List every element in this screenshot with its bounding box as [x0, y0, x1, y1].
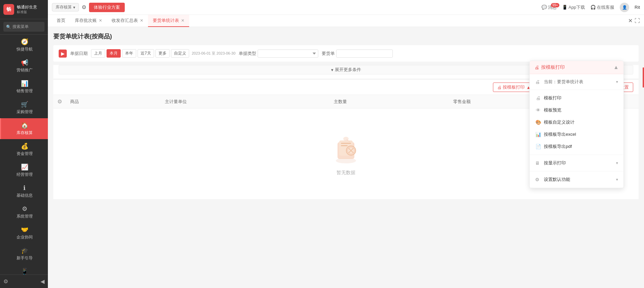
- topbar: 库存核算 ▾ ⚙ 体验行业方案 💬 消息 99+ 📱 App下载 🎧 在线客服 …: [48, 0, 644, 15]
- tab-inventory-batch[interactable]: 库存批次账 ✕: [70, 15, 107, 27]
- sidebar-logo: 畅 畅通好生意 标准版: [0, 0, 48, 19]
- filter-date-group: 上月 本月 本年 近7天 更多 自定义 2023-06-01 至 2023-06…: [91, 49, 235, 58]
- settings-bottom-icon[interactable]: ⚙: [3, 278, 8, 285]
- topbar-gear-icon[interactable]: ⚙: [82, 4, 86, 10]
- sidebar-item-new-guide[interactable]: 🎓 新手引导: [0, 244, 48, 264]
- marketing-icon: 📢: [21, 59, 28, 66]
- app-name: 畅通好生意: [17, 4, 37, 10]
- tab-home[interactable]: 首页: [52, 15, 70, 27]
- dropdown-current-icon: 🖨: [535, 79, 541, 85]
- tab-order-stats-close[interactable]: ✕: [181, 18, 184, 23]
- topbar-left: 库存核算 ▾ ⚙ 体验行业方案: [52, 3, 538, 12]
- tab-summary-close[interactable]: ✕: [140, 18, 143, 23]
- sidebar-item-app-center[interactable]: 📱 应用中心: [0, 264, 48, 275]
- dropdown-collapse-icon[interactable]: ▲: [613, 64, 619, 70]
- sidebar-item-quick-nav[interactable]: 🧭 快捷导航: [0, 35, 48, 56]
- app-sub-label: 标准版: [17, 10, 37, 14]
- tab-home-label: 首页: [57, 18, 65, 24]
- template-print-icon: 🖨: [535, 95, 541, 101]
- collapse-icon[interactable]: ◀: [40, 278, 45, 285]
- dropdown-item-export-pdf[interactable]: 📄 按模板导出pdf: [530, 140, 623, 153]
- messages-button[interactable]: 💬 消息 99+: [541, 4, 557, 10]
- default-function-icon: ⚙: [535, 177, 541, 182]
- date-btn-7days[interactable]: 近7天: [138, 49, 154, 58]
- sidebar-item-basic-info[interactable]: ℹ 基础信息: [0, 181, 48, 202]
- filter-toggle-button[interactable]: ▶: [59, 50, 67, 58]
- sidebar-item-label: 销售管理: [17, 88, 33, 94]
- download-icon: 📱: [562, 5, 567, 10]
- online-service-button[interactable]: 🎧 在线客服: [590, 4, 614, 10]
- sidebar-item-label: 系统管理: [17, 214, 33, 219]
- sidebar-item-label: 基础信息: [17, 193, 33, 198]
- app-download-button[interactable]: 📱 App下载: [562, 4, 585, 10]
- date-btn-this-year[interactable]: 本年: [122, 49, 136, 58]
- page-title: 要货单统计表(按商品): [53, 32, 639, 40]
- filter-goods-input[interactable]: [336, 50, 393, 58]
- dropdown-current-arrow-icon: ▾: [616, 79, 618, 84]
- date-btn-last-month[interactable]: 上月: [91, 49, 105, 58]
- service-icon: 🎧: [590, 5, 596, 10]
- tab-maximize-button[interactable]: ⛶: [635, 18, 640, 24]
- date-btn-this-month[interactable]: 本月: [107, 49, 121, 58]
- system-icon: ⚙: [22, 205, 27, 213]
- dropdown-display-print[interactable]: 🖥 按显示打印 ▾: [530, 157, 623, 169]
- filter-date-range: 2023-06-01 至 2023-06-30: [192, 51, 236, 56]
- search-menu-button[interactable]: 🔍 搜索菜单: [3, 22, 45, 32]
- message-icon: 💬: [541, 5, 547, 10]
- expand-icon: ▾: [331, 67, 333, 72]
- app-download-label: App下载: [568, 4, 585, 10]
- sidebar-item-purchase[interactable]: 🛒 采购管理: [0, 97, 48, 118]
- tab-inventory-batch-close[interactable]: ✕: [99, 18, 102, 23]
- sidebar-item-enterprise[interactable]: 🤝 企业协同: [0, 223, 48, 244]
- print-template-button[interactable]: 🖨 按模板打印 ▲: [493, 83, 535, 92]
- filter-type-select[interactable]: [258, 50, 318, 58]
- date-btn-custom[interactable]: 自定义: [171, 49, 189, 58]
- scroll-indicator: [643, 67, 644, 88]
- tab-summary[interactable]: 收发存汇总表 ✕: [107, 15, 148, 27]
- sidebar-search-area: 🔍 搜索菜单: [0, 19, 48, 35]
- filter-type-label: 单据类型: [239, 51, 256, 57]
- sidebar-item-label: 经营管理: [17, 172, 33, 178]
- sidebar-item-system[interactable]: ⚙ 系统管理: [0, 202, 48, 223]
- dropdown-item-template-print[interactable]: 🖨 模板打印: [530, 92, 623, 104]
- sidebar-item-marketing[interactable]: 📢 营销推广: [0, 56, 48, 76]
- dropdown-current-section: 🖨 当前：要货单统计表 ▾: [530, 74, 623, 90]
- dropdown-header-left: 🖨 按模板打印: [534, 64, 565, 70]
- date-btn-more[interactable]: 更多: [155, 49, 170, 58]
- dropdown-header[interactable]: 🖨 按模板打印 ▲: [530, 61, 623, 74]
- topbar-right: 💬 消息 99+ 📱 App下载 🎧 在线客服 👤 Rit: [541, 3, 640, 12]
- avatar-icon: 👤: [622, 5, 627, 10]
- export-pdf-icon: 📄: [535, 144, 541, 149]
- svg-rect-4: [341, 145, 348, 146]
- sidebar-item-label: 资金管理: [17, 151, 33, 157]
- trial-button[interactable]: 体验行业方案: [89, 3, 125, 12]
- empty-illustration: [329, 132, 363, 166]
- dropdown-item-template-preview[interactable]: 👁 模板预览: [530, 104, 623, 116]
- dropdown-items-section: 🖨 模板打印 👁 模板预览 🎨 模板自定义设计 📊 按模板导出excel 📄: [530, 90, 623, 155]
- table-settings-icon[interactable]: ⚙: [57, 99, 62, 104]
- sidebar-item-sales[interactable]: 📊 销售管理: [0, 76, 48, 97]
- tab-close-all-button[interactable]: ✕: [628, 18, 633, 24]
- online-service-label: 在线客服: [597, 4, 614, 10]
- sidebar-item-operations[interactable]: 📈 经营管理: [0, 160, 48, 181]
- user-avatar[interactable]: 👤: [620, 3, 629, 12]
- app-name-block: 畅通好生意 标准版: [17, 4, 37, 15]
- dropdown-current-item[interactable]: 🖨 当前：要货单统计表 ▾: [530, 76, 623, 88]
- sidebar-item-label: 新手引导: [17, 255, 33, 261]
- sidebar-item-label: 快捷导航: [17, 46, 33, 52]
- sidebar-item-label: 营销推广: [17, 67, 33, 73]
- col-quantity: 主数量: [330, 95, 449, 108]
- tab-order-stats[interactable]: 要货单统计表 ✕: [148, 15, 189, 27]
- template-print-label: 模板打印: [544, 95, 561, 101]
- export-pdf-label: 按模板导出pdf: [544, 143, 572, 150]
- sidebar-item-inventory[interactable]: 🏠 库存核算: [0, 118, 48, 139]
- dropdown-item-template-design[interactable]: 🎨 模板自定义设计: [530, 116, 623, 128]
- display-print-icon: 🖥: [535, 160, 541, 166]
- dropdown-default-function[interactable]: ⚙ 设置默认功能 ▾: [530, 173, 623, 186]
- print-icon: 🖨: [497, 85, 502, 90]
- breadcrumb-chevron-icon: ▾: [73, 5, 75, 10]
- dropdown-item-export-excel[interactable]: 📊 按模板导出excel: [530, 128, 623, 140]
- sidebar-item-finance[interactable]: 💰 资金管理: [0, 139, 48, 160]
- app-logo-icon: 畅: [3, 4, 14, 15]
- inventory-icon: 🏠: [21, 122, 28, 129]
